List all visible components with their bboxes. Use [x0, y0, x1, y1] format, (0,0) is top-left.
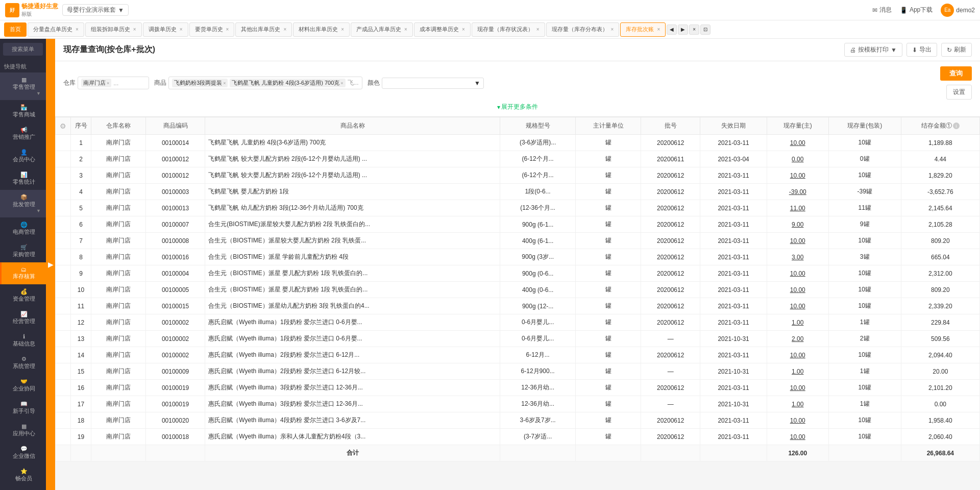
close-icon[interactable]: × [226, 27, 229, 32]
table-cell[interactable]: 10.00 [767, 233, 828, 249]
user-area[interactable]: Ea demo2 [941, 4, 975, 17]
table-cell[interactable]: 11.00 [767, 200, 828, 216]
sidebar-item-enterprise[interactable]: 🤝 企业协同 [0, 374, 46, 397]
sidebar-item-marketing[interactable]: 📢 营销推广 [0, 122, 46, 145]
close-icon[interactable]: × [657, 27, 660, 32]
close-icon[interactable]: × [404, 27, 407, 32]
tab-cost-adjust-history[interactable]: 成本调整单历史 × [414, 22, 471, 37]
table-cell[interactable]: 9.00 [767, 216, 828, 233]
sidebar-item-app-center[interactable]: ▦ 应用中心 [0, 419, 46, 442]
table-cell: 0-6月婴儿... [500, 314, 576, 331]
tab-require-history[interactable]: 要货单历史 × [189, 22, 235, 37]
table-cell: 2,145.64 [901, 200, 979, 216]
sidebar-item-ops[interactable]: 📈 经营管理 [0, 307, 46, 329]
table-cell[interactable]: 10.00 [767, 167, 828, 184]
table-cell[interactable]: 1.00 [767, 363, 828, 380]
close-icon[interactable]: × [341, 27, 344, 32]
table-cell[interactable]: 1.00 [767, 314, 828, 331]
tab-inventory-dist[interactable]: 现存量（库存分布表） × [546, 22, 620, 37]
table-cell[interactable]: 10.00 [767, 347, 828, 363]
table-cell[interactable]: -39.00 [767, 184, 828, 200]
sidebar-toggle-btn[interactable]: ▶ [46, 39, 55, 490]
summary-cell: 26,968.64 [901, 445, 979, 461]
table-cell[interactable]: 1.00 [767, 396, 828, 412]
table-cell[interactable]: 10.00 [767, 412, 828, 429]
search-menu-btn[interactable]: 搜索菜单 [3, 43, 43, 56]
sidebar-item-purchase[interactable]: 🛒 采购管理 [0, 240, 46, 262]
sidebar-item-basic-info[interactable]: ℹ 基础信息 [0, 329, 46, 352]
message-btn[interactable]: ✉ 消息 [872, 6, 892, 14]
tab-home[interactable]: 首页 [4, 22, 27, 37]
info-icon[interactable]: i [953, 122, 960, 129]
table-cell[interactable]: 3.00 [767, 249, 828, 265]
sidebar-item-wholesale-mgmt[interactable]: 📦 批发管理 ▼ [0, 190, 46, 217]
sidebar-item-ecommerce[interactable]: 🌐 电商管理 [0, 217, 46, 240]
table-cell [56, 380, 71, 396]
close-icon[interactable]: × [611, 27, 614, 32]
tab-material-out-history[interactable]: 材料出库单历史 × [293, 22, 350, 37]
table-cell: 00100008 [145, 233, 205, 249]
sidebar-item-retail-store[interactable]: 🏪 零售商城 [0, 100, 46, 122]
tab-fullscreen-btn[interactable]: ⊡ [700, 24, 710, 35]
tag-close-icon[interactable]: × [340, 81, 343, 86]
product-tag-container[interactable]: 飞鹤奶粉3段两提装 × 飞鹤星飞帆 儿童奶粉 4段(3-6岁适用) 700克 ×… [168, 77, 362, 89]
tab-inventory-status[interactable]: 现存量（库存状况表） × [472, 22, 545, 37]
app-download-btn[interactable]: 📱 App下载 [900, 6, 933, 14]
tab-product-in-history[interactable]: 产成品入库单历史 × [351, 22, 413, 37]
color-tag-container[interactable]: ▼ [382, 78, 484, 89]
table-cell: 2021-03-11 [700, 314, 767, 331]
table-cell[interactable]: 10.00 [767, 135, 828, 151]
sidebar-item-member[interactable]: ⭐ 畅会员 [0, 464, 46, 486]
table-cell: 罐 [576, 233, 641, 249]
table-cell: 00100003 [145, 184, 205, 200]
sidebar-item-retail-mgmt[interactable]: ▦ 零售管理 ▼ [0, 72, 46, 100]
table-cell[interactable]: 0.00 [767, 151, 828, 167]
table-cell: 罐 [576, 135, 641, 151]
tab-split-history[interactable]: 分量盘点单历史 × [28, 22, 84, 37]
refresh-btn[interactable]: ↻ 刷新 [941, 43, 972, 57]
table-cell[interactable]: 10.00 [767, 282, 828, 298]
table-cell: 罐 [576, 363, 641, 380]
tag-close-icon[interactable]: × [107, 81, 109, 86]
close-icon[interactable]: × [283, 27, 286, 32]
more-icon[interactable]: ... [113, 80, 118, 87]
tab-adjust-history[interactable]: 调拨单历史 × [143, 22, 188, 37]
chevron-down-icon: ▼ [118, 7, 124, 14]
sidebar-item-system[interactable]: ⚙ 系统管理 [0, 352, 46, 374]
close-icon[interactable]: × [180, 27, 183, 32]
more-products-icon[interactable]: 飞... [348, 79, 359, 87]
sidebar-item-member-center[interactable]: 👤 会员中心 [0, 145, 46, 167]
tab-other-out-history[interactable]: 其他出库单历史 × [235, 22, 292, 37]
tab-close-btn[interactable]: × [689, 24, 699, 35]
expand-conditions-btn[interactable]: ▾ 展开更多条件 [497, 103, 538, 111]
close-icon[interactable]: × [133, 27, 136, 32]
setting-btn[interactable]: 设置 [946, 85, 972, 100]
sidebar-item-new-guide[interactable]: 📖 新手引导 [0, 397, 46, 419]
sidebar-item-retail-stats[interactable]: 📊 零售统计 [0, 167, 46, 190]
print-btn[interactable]: 🖨 按模板打印 ▼ [844, 43, 902, 57]
table-cell[interactable]: 2.00 [767, 331, 828, 347]
table-cell: 00100012 [145, 167, 205, 184]
close-icon[interactable]: × [76, 27, 79, 32]
table-cell[interactable]: 10.00 [767, 298, 828, 314]
table-cell: 2,060.40 [901, 429, 979, 445]
table-cell[interactable]: 10.00 [767, 265, 828, 282]
tag-close-icon[interactable]: × [223, 81, 226, 86]
table-cell[interactable]: 10.00 [767, 429, 828, 445]
tab-prev-btn[interactable]: ◀ [667, 24, 677, 35]
table-cell: 20200612 [641, 347, 700, 363]
table-cell[interactable]: 10.00 [767, 380, 828, 396]
tab-batch-ledger[interactable]: 库存批次账 × [620, 22, 666, 37]
sidebar-item-finance[interactable]: 💰 资金管理 [0, 284, 46, 307]
query-btn[interactable]: 查询 [940, 66, 972, 81]
account-selector[interactable]: 母婴行业演示账套 ▼ [62, 4, 129, 16]
sidebar-item-enterprise-wx[interactable]: 💬 企业微信 [0, 442, 46, 464]
close-icon[interactable]: × [462, 27, 465, 32]
export-btn[interactable]: ⬇ 导出 [906, 43, 937, 57]
warehouse-tag-container[interactable]: 南岸门店 × ... [78, 77, 149, 89]
sidebar-item-inventory[interactable]: 🗂 库存核算 [0, 262, 46, 284]
tab-next-btn[interactable]: ▶ [678, 24, 688, 35]
th-unit: 主计量单位 [576, 117, 641, 135]
tab-disassemble-history[interactable]: 组装拆卸单历史 × [85, 22, 142, 37]
close-icon[interactable]: × [536, 27, 540, 32]
